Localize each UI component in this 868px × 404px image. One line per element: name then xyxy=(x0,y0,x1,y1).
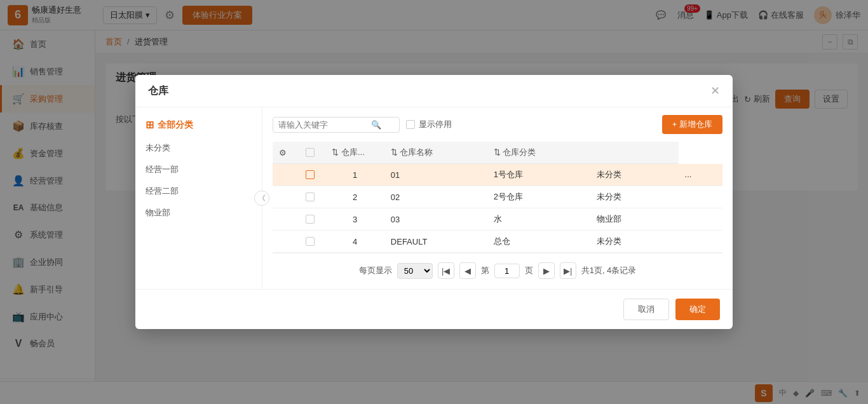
page-label: 第 xyxy=(481,265,489,276)
dialog-title: 仓库 xyxy=(148,84,168,98)
page-suffix: 页 xyxy=(525,265,533,276)
row-settings xyxy=(273,164,299,186)
row-code: 01 xyxy=(384,164,487,186)
th-checkbox xyxy=(299,142,326,164)
row-category: 未分类 xyxy=(590,231,679,253)
show-disabled-label: 显示停用 xyxy=(419,119,452,130)
row-actions: ... xyxy=(679,164,722,186)
th-category: ⇅ 仓库分类 xyxy=(487,142,590,164)
row-name: 1号仓库 xyxy=(487,164,590,186)
row-code: DEFAULT xyxy=(384,231,487,253)
row-actions xyxy=(679,231,722,253)
th-actions xyxy=(590,142,679,164)
row-category: 物业部 xyxy=(590,208,679,231)
row-settings xyxy=(273,231,299,253)
cat-item-unclassified[interactable]: 未分类 xyxy=(135,137,262,159)
search-icon: 🔍 xyxy=(371,120,381,130)
row-name: 水 xyxy=(487,208,590,231)
cancel-button[interactable]: 取消 xyxy=(623,299,669,320)
warehouse-dialog: 仓库 ✕ ⊞ 全部分类 未分类 经营一部 经营二部 xyxy=(135,75,733,329)
per-page-label: 每页显示 xyxy=(359,265,392,276)
table-wrapper: ⚙ ⇅ 仓库... ⇅ xyxy=(273,142,722,253)
table-row[interactable]: 2 02 2号仓库 未分类 xyxy=(273,186,722,208)
th-name: ⇅ 仓库名称 xyxy=(384,142,487,164)
cat-item-property[interactable]: 物业部 xyxy=(135,202,262,224)
dialog-overlay: 仓库 ✕ ⊞ 全部分类 未分类 经营一部 经营二部 xyxy=(0,0,868,404)
dialog-close-button[interactable]: ✕ xyxy=(710,84,720,98)
select-all-checkbox[interactable] xyxy=(306,148,315,157)
row-actions xyxy=(679,208,722,231)
row-checkbox-cell xyxy=(299,208,326,231)
dialog-footer: 取消 确定 xyxy=(135,289,733,329)
table-row[interactable]: 1 01 1号仓库 未分类 ... xyxy=(273,164,722,186)
dialog-body: ⊞ 全部分类 未分类 经营一部 经营二部 物业部 《 xyxy=(135,107,733,289)
row-name: 总仓 xyxy=(487,231,590,253)
row-num: 3 xyxy=(325,208,384,231)
next-page-button[interactable]: ▶ xyxy=(538,262,555,279)
cat-all-label[interactable]: ⊞ 全部分类 xyxy=(135,115,262,137)
row-num: 4 xyxy=(325,231,384,253)
table-panel: 🔍 显示停用 + 新增仓库 ⚙ xyxy=(262,107,733,289)
cat-collapse-button[interactable]: 《 xyxy=(254,191,269,206)
table-header-row: ⚙ ⇅ 仓库... ⇅ xyxy=(273,142,722,164)
category-panel: ⊞ 全部分类 未分类 经营一部 经营二部 物业部 《 xyxy=(135,107,262,289)
row-checkbox-cell xyxy=(299,231,326,253)
page-input[interactable] xyxy=(494,264,520,278)
last-page-button[interactable]: ▶| xyxy=(560,262,576,279)
first-page-button[interactable]: |◀ xyxy=(438,262,454,279)
sort-icon: ⇅ xyxy=(391,147,398,157)
th-settings: ⚙ xyxy=(273,142,299,164)
show-disabled-checkbox[interactable] xyxy=(406,120,415,129)
confirm-button[interactable]: 确定 xyxy=(675,299,720,320)
row-checkbox[interactable] xyxy=(306,237,315,246)
page-summary: 共1页, 4条记录 xyxy=(581,265,637,276)
sort-icon: ⇅ xyxy=(332,147,339,157)
per-page-select[interactable]: 50 100 200 xyxy=(397,263,433,279)
sort-icon: ⇅ xyxy=(494,147,501,157)
prev-page-button[interactable]: ◀ xyxy=(459,262,476,279)
warehouse-table: ⚙ ⇅ 仓库... ⇅ xyxy=(273,142,722,253)
row-checkbox[interactable] xyxy=(306,215,315,224)
row-category: 未分类 xyxy=(590,164,679,186)
search-input-wrap: 🔍 xyxy=(273,117,400,133)
row-settings xyxy=(273,208,299,231)
row-category: 未分类 xyxy=(590,186,679,208)
cat-item-operations1[interactable]: 经营一部 xyxy=(135,159,262,180)
row-actions xyxy=(679,186,722,208)
row-checkbox[interactable] xyxy=(306,170,315,179)
row-num: 1 xyxy=(325,164,384,186)
row-code: 03 xyxy=(384,208,487,231)
row-checkbox[interactable] xyxy=(306,192,315,201)
th-code: ⇅ 仓库... xyxy=(325,142,384,164)
table-row[interactable]: 3 03 水 物业部 xyxy=(273,208,722,231)
table-row[interactable]: 4 DEFAULT 总仓 未分类 xyxy=(273,231,722,253)
row-num: 2 xyxy=(325,186,384,208)
dialog-header: 仓库 ✕ xyxy=(135,75,733,107)
show-disabled-wrap: 显示停用 xyxy=(406,119,452,130)
row-checkbox-cell xyxy=(299,186,326,208)
cat-item-operations2[interactable]: 经营二部 xyxy=(135,180,262,202)
table-toolbar: 🔍 显示停用 + 新增仓库 xyxy=(273,115,722,134)
gear-icon: ⚙ xyxy=(279,148,287,158)
row-settings xyxy=(273,186,299,208)
add-warehouse-button[interactable]: + 新增仓库 xyxy=(662,115,722,134)
row-name: 2号仓库 xyxy=(487,186,590,208)
search-input[interactable] xyxy=(278,120,367,130)
row-code: 02 xyxy=(384,186,487,208)
grid-icon: ⊞ xyxy=(146,119,154,131)
row-checkbox-cell xyxy=(299,164,326,186)
pagination: 每页显示 50 100 200 |◀ ◀ 第 页 ▶ ▶| 共1页, 4条记录 xyxy=(273,253,722,281)
